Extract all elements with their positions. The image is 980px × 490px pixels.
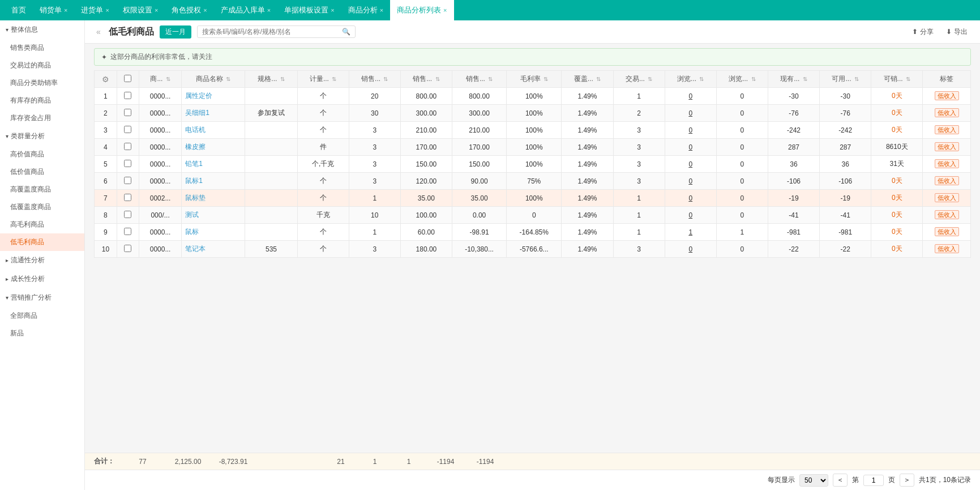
nav-goods-list-close[interactable]: ×	[443, 7, 447, 14]
sidebar-item-traded-goods[interactable]: 交易过的商品	[0, 57, 84, 74]
sidebar-item-low-value[interactable]: 低价值商品	[0, 163, 84, 181]
nav-sales-close[interactable]: ×	[64, 7, 67, 14]
search-icon[interactable]: 🔍	[342, 28, 350, 36]
row-checkbox-7[interactable]	[117, 207, 139, 224]
filter-recent-month[interactable]: 近一月	[160, 25, 191, 39]
row-check-1[interactable]	[124, 109, 131, 116]
sidebar-item-all-goods[interactable]: 全部商品	[0, 307, 84, 325]
next-page-btn[interactable]: ＞	[900, 474, 914, 487]
th-browse1[interactable]: 浏览... ⇅	[665, 71, 716, 88]
row-check-6[interactable]	[124, 194, 131, 201]
sidebar-section-growth[interactable]: ▸ 成长性分析	[0, 270, 84, 288]
row-check-5[interactable]	[124, 177, 131, 184]
row-check-4[interactable]	[124, 160, 131, 167]
th-available[interactable]: 可用... ⇅	[820, 71, 871, 88]
th-current-stock[interactable]: 现有... ⇅	[768, 71, 819, 88]
nav-products-close[interactable]: ×	[267, 7, 271, 14]
search-input[interactable]	[202, 28, 340, 36]
row-check-3[interactable]	[124, 143, 131, 150]
th-sales-amount[interactable]: 销售... ⇅	[452, 71, 506, 88]
th-code[interactable]: 商... ⇅	[139, 71, 182, 88]
row-browse1-4[interactable]: 0	[665, 156, 716, 173]
row-browse1-0[interactable]: 0	[665, 88, 716, 105]
row-browse1-3[interactable]: 0	[665, 139, 716, 156]
nav-templates-close[interactable]: ×	[331, 7, 334, 14]
sidebar-item-high-coverage[interactable]: 高覆盖度商品	[0, 181, 84, 198]
share-button[interactable]: ⬆ 分享	[909, 25, 937, 39]
th-saleable[interactable]: 可销... ⇅	[871, 71, 923, 88]
th-trade[interactable]: 交易... ⇅	[613, 71, 665, 88]
nav-goods-analysis-close[interactable]: ×	[380, 7, 383, 14]
sidebar-item-high-value[interactable]: 高价值商品	[0, 146, 84, 163]
th-sales-price[interactable]: 销售... ⇅	[400, 71, 452, 88]
nav-permissions[interactable]: 权限设置 ×	[116, 0, 165, 20]
row-check-0[interactable]	[124, 92, 131, 99]
nav-purchase[interactable]: 进货单 ×	[74, 0, 115, 20]
select-all-checkbox[interactable]	[124, 75, 131, 82]
row-checkbox-4[interactable]	[117, 156, 139, 173]
row-name-3[interactable]: 橡皮擦	[182, 139, 245, 156]
nav-roles-close[interactable]: ×	[203, 7, 207, 14]
row-name-8[interactable]: 鼠标	[182, 224, 245, 241]
export-button[interactable]: ⬇ 导出	[943, 25, 971, 39]
sidebar-item-category-rate[interactable]: 商品分类助销率	[0, 74, 84, 92]
nav-templates[interactable]: 单据模板设置 ×	[277, 0, 341, 20]
row-browse1-9[interactable]: 0	[665, 241, 716, 258]
nav-goods-list[interactable]: 商品分析列表 ×	[390, 0, 453, 20]
th-sales-qty[interactable]: 销售... ⇅	[349, 71, 400, 88]
nav-sales[interactable]: 销货单 ×	[33, 0, 74, 20]
sidebar-section-marketing[interactable]: ▾ 营销推广分析	[0, 288, 84, 307]
row-checkbox-8[interactable]	[117, 224, 139, 241]
sidebar-item-new-goods[interactable]: 新品	[0, 325, 84, 342]
row-name-9[interactable]: 笔记本	[182, 241, 245, 258]
th-browse2[interactable]: 浏览... ⇅	[716, 71, 768, 88]
settings-icon[interactable]: ⚙	[102, 75, 109, 84]
th-name[interactable]: 商品名称 ⇅	[182, 71, 245, 88]
row-browse1-6[interactable]: 0	[665, 190, 716, 207]
nav-permissions-close[interactable]: ×	[155, 7, 158, 14]
sidebar-item-low-coverage[interactable]: 低覆盖度商品	[0, 198, 84, 216]
row-browse1-7[interactable]: 0	[665, 207, 716, 224]
row-checkbox-2[interactable]	[117, 122, 139, 139]
row-checkbox-0[interactable]	[117, 88, 139, 105]
nav-goods-analysis[interactable]: 商品分析 ×	[341, 0, 390, 20]
nav-products[interactable]: 产成品入库单 ×	[214, 0, 277, 20]
sidebar-section-overall[interactable]: ▾ 整体信息	[0, 20, 84, 39]
row-check-8[interactable]	[124, 228, 131, 235]
row-browse1-2[interactable]: 0	[665, 122, 716, 139]
sidebar-item-high-margin[interactable]: 高毛利商品	[0, 216, 84, 233]
row-name-7[interactable]: 测试	[182, 207, 245, 224]
row-name-4[interactable]: 铅笔1	[182, 156, 245, 173]
sidebar-section-flow[interactable]: ▸ 流通性分析	[0, 251, 84, 270]
row-checkbox-3[interactable]	[117, 139, 139, 156]
row-checkbox-9[interactable]	[117, 241, 139, 258]
per-page-select[interactable]: 50 20 100	[799, 474, 828, 487]
sidebar-collapse-btn[interactable]: «	[94, 25, 103, 39]
nav-purchase-close[interactable]: ×	[105, 7, 109, 14]
row-checkbox-1[interactable]	[117, 105, 139, 122]
nav-roles[interactable]: 角色授权 ×	[165, 0, 213, 20]
row-name-1[interactable]: 吴细细1	[182, 105, 245, 122]
row-name-0[interactable]: 属性定价	[182, 88, 245, 105]
th-coverage[interactable]: 覆盖... ⇅	[562, 71, 613, 88]
row-check-7[interactable]	[124, 211, 131, 218]
row-checkbox-6[interactable]	[117, 190, 139, 207]
sidebar-item-low-margin[interactable]: 低毛利商品	[0, 233, 84, 251]
row-name-6[interactable]: 鼠标垫	[182, 190, 245, 207]
nav-home[interactable]: 首页	[5, 0, 33, 20]
sidebar-item-inventory-goods[interactable]: 有库存的商品	[0, 92, 84, 109]
row-checkbox-5[interactable]	[117, 173, 139, 190]
row-name-5[interactable]: 鼠标1	[182, 173, 245, 190]
th-spec[interactable]: 规格... ⇅	[245, 71, 297, 88]
row-name-2[interactable]: 电话机	[182, 122, 245, 139]
row-check-2[interactable]	[124, 126, 131, 133]
row-browse1-5[interactable]: 0	[665, 173, 716, 190]
prev-page-btn[interactable]: ＜	[833, 474, 848, 487]
row-browse1-8[interactable]: 1	[665, 224, 716, 241]
th-unit[interactable]: 计量... ⇅	[297, 71, 349, 88]
sidebar-section-cluster[interactable]: ▾ 类群量分析	[0, 127, 84, 146]
row-browse1-1[interactable]: 0	[665, 105, 716, 122]
page-input[interactable]	[863, 475, 884, 486]
th-settings[interactable]: ⚙	[95, 71, 117, 88]
th-gross-rate[interactable]: 毛利率 ⇅	[507, 71, 562, 88]
